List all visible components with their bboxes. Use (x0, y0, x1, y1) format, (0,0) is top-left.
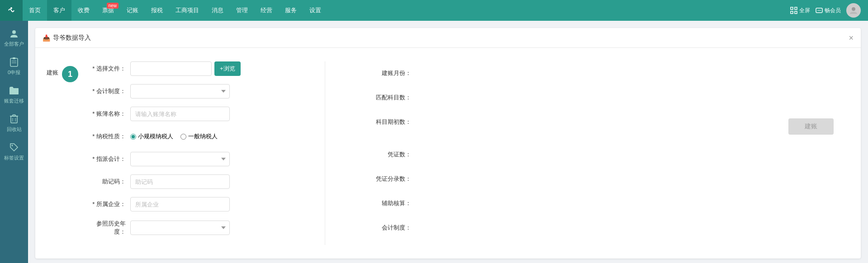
sidebar-item-account-migration[interactable]: 账套迁移 (0, 81, 28, 108)
panel-body: 建账 1 * 选择文件： +浏览 * 会计制度： (35, 48, 861, 258)
auxiliary-label: 辅助核算： (370, 199, 416, 207)
svg-rect-5 (795, 11, 797, 14)
match-label: 匹配科目数： (370, 94, 416, 102)
panel-divider (325, 61, 325, 245)
memo-label: 助记码： (90, 178, 130, 186)
nav-messages[interactable]: 消息 (205, 0, 230, 21)
accountant-select[interactable] (130, 152, 230, 166)
file-row: * 选择文件： +浏览 (90, 61, 307, 76)
sidebar-item-all-clients[interactable]: 全部客户 (0, 24, 28, 51)
month-label: 建账月份： (370, 69, 416, 77)
tax-general-input[interactable] (180, 134, 186, 140)
file-input-group: +浏览 (130, 61, 241, 76)
nav-menu: 首页 客户 收费 票据 new 记账 报税 工商项目 消息 管理 经营 (23, 0, 790, 21)
browse-button[interactable]: +浏览 (214, 61, 241, 76)
nav-clients[interactable]: 客户 (47, 0, 71, 21)
auxiliary-row: 辅助核算： (370, 196, 497, 211)
nav-billing[interactable]: 收费 (71, 0, 96, 21)
ledger-row: * 账簿名称： (90, 107, 307, 121)
tax-radio-group: 小规模纳税人 一般纳税人 (130, 132, 218, 141)
person-icon (9, 28, 19, 39)
voucher-entries-row: 凭证分录数： (370, 172, 497, 186)
svg-rect-10 (10, 58, 18, 66)
nav-settings[interactable]: 设置 (303, 0, 327, 21)
svg-point-19 (12, 145, 13, 146)
month-row: 建账月份： (370, 66, 497, 80)
memo-input[interactable] (130, 174, 230, 189)
svg-point-1 (10, 7, 12, 9)
nav-invoices[interactable]: 票据 new (96, 0, 120, 21)
history-label: 参照历史年度： (90, 220, 130, 236)
nav-tax[interactable]: 报税 (145, 0, 169, 21)
voucher-row: 凭证数： (370, 147, 497, 162)
tax-small-radio[interactable]: 小规模纳税人 (130, 132, 173, 141)
nav-management[interactable]: 管理 (230, 0, 254, 21)
match-row: 匹配科目数： (370, 90, 497, 105)
accountant-row: * 指派会计： (90, 152, 307, 166)
tax-label: * 纳税性质： (90, 132, 130, 141)
trash-icon (9, 113, 19, 124)
new-badge: new (107, 3, 119, 9)
memo-row: 助记码： (90, 174, 307, 189)
app-logo[interactable] (0, 0, 23, 21)
voucher-label: 凭证数： (370, 150, 416, 159)
info-area: 建账月份： 匹配科目数： 科目期初数： 凭证数： 凭证分录数： (343, 61, 497, 245)
folder-icon (9, 85, 19, 96)
import-panel: 📥 导爷数据导入 × 建账 1 * 选择文件： +浏览 (35, 28, 861, 258)
tax-general-radio[interactable]: 一般纳税人 (180, 132, 218, 141)
company-input[interactable] (130, 197, 230, 211)
svg-rect-3 (795, 7, 797, 9)
nav-business[interactable]: 工商项目 (169, 0, 205, 21)
step-label: 建账 (47, 69, 58, 77)
sidebar: 全部客户 0申报 账套迁移 回收站 标签设置 (0, 21, 28, 263)
svg-point-8 (852, 7, 855, 11)
svg-rect-11 (13, 57, 15, 59)
period-row: 科目期初数： (370, 115, 497, 129)
top-navigation: 首页 客户 收费 票据 new 记账 报税 工商项目 消息 管理 经营 (0, 0, 868, 21)
accountant-label: * 指派会计： (90, 155, 130, 163)
user-avatar[interactable] (846, 3, 861, 18)
accounting-system-row: 会计制度： (370, 221, 497, 235)
company-label: * 所属企业： (90, 200, 130, 208)
history-select[interactable] (130, 221, 230, 235)
build-btn-area: 建账 (788, 118, 834, 135)
build-account-button[interactable]: 建账 (788, 118, 834, 135)
member-btn[interactable]: 畅会员 (816, 7, 841, 14)
accounting-label: * 会计制度： (90, 87, 130, 95)
main-content: 📥 导爷数据导入 × 建账 1 * 选择文件： +浏览 (28, 21, 868, 263)
svg-point-9 (12, 30, 16, 34)
company-row: * 所属企业： (90, 197, 307, 211)
accounting-select[interactable] (130, 84, 230, 99)
ledger-label: * 账簿名称： (90, 110, 130, 118)
logo-icon (5, 4, 18, 17)
clipboard-icon (9, 56, 19, 67)
step-circle: 1 (62, 66, 78, 82)
sidebar-item-tag-settings[interactable]: 标签设置 (0, 138, 28, 165)
file-input[interactable] (130, 61, 212, 76)
file-label: * 选择文件： (90, 65, 130, 73)
nav-services[interactable]: 服务 (279, 0, 303, 21)
panel-title: 导爷数据导入 (53, 34, 91, 42)
sidebar-item-zero-report[interactable]: 0申报 (0, 53, 28, 80)
period-label: 科目期初数： (370, 118, 416, 126)
form-area: * 选择文件： +浏览 * 会计制度： * 账簿名称： (90, 61, 307, 245)
svg-rect-4 (791, 11, 793, 14)
member-icon (816, 7, 823, 14)
close-button[interactable]: × (849, 33, 854, 43)
ledger-input[interactable] (130, 107, 230, 121)
nav-home[interactable]: 首页 (23, 0, 47, 21)
accounting-row: * 会计制度： (90, 84, 307, 99)
nav-bookkeeping[interactable]: 记账 (120, 0, 145, 21)
nav-operations[interactable]: 经营 (254, 0, 279, 21)
tag-icon (9, 142, 19, 153)
svg-rect-14 (11, 116, 17, 123)
tax-general-label: 一般纳税人 (188, 132, 218, 141)
tax-small-label: 小规模纳税人 (138, 132, 173, 141)
sidebar-item-recycle-bin[interactable]: 回收站 (0, 110, 28, 136)
panel-title-icon: 📥 (43, 34, 50, 42)
svg-rect-2 (791, 7, 793, 9)
panel-header: 📥 导爷数据导入 (35, 28, 861, 48)
fullscreen-btn[interactable]: 全屏 (790, 7, 810, 14)
accounting-system-label: 会计制度： (370, 224, 416, 232)
tax-small-input[interactable] (130, 134, 136, 140)
